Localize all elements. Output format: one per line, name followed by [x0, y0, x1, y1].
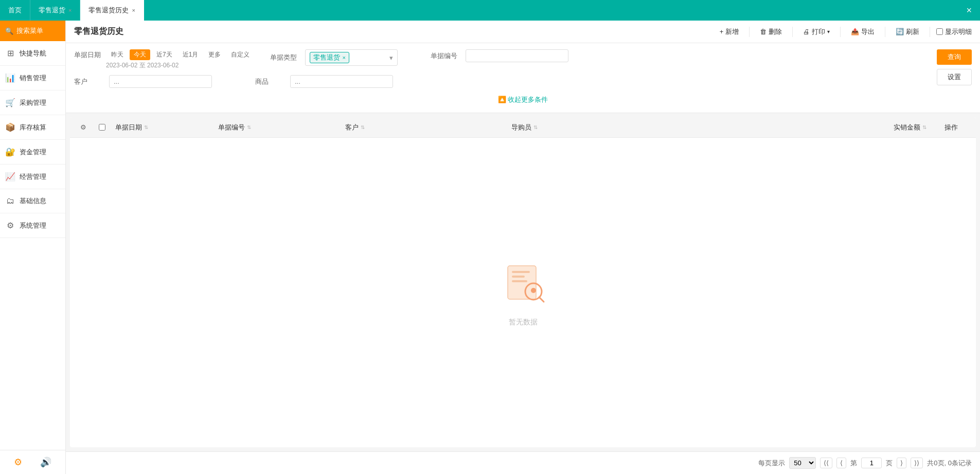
refresh-button[interactable]: 🔄 刷新 — [892, 25, 923, 39]
tab-home-label: 首页 — [8, 6, 22, 15]
query-button[interactable]: 查询 — [937, 49, 972, 65]
page-size-label: 每页显示 — [758, 459, 785, 468]
voucher-type-input[interactable]: 零售退货 × ▾ — [305, 49, 398, 66]
print-button[interactable]: 🖨 打印 ▾ — [799, 25, 834, 39]
page-header: 零售退货历史 + 新增 🗑 删除 🖨 打印 ▾ 📤 导出 — [66, 21, 980, 43]
date-custom[interactable]: 自定义 — [227, 49, 254, 60]
tab-retail-return-history[interactable]: 零售退货历史 × — [80, 0, 144, 21]
pagination: 每页显示 20 50 100 ⟨⟨ ⟨ 第 页 ⟩ ⟩⟩ 共0页, 0条记录 — [66, 451, 980, 474]
tab-retail-return-label: 零售退货 — [39, 6, 65, 15]
right-buttons: 查询 设置 — [937, 49, 972, 85]
export-button[interactable]: 📤 导出 — [847, 25, 879, 39]
date-range-text: 2023-06-02 至 2023-06-02 — [106, 61, 254, 70]
sidebar-item-purchase[interactable]: 🛒 采购管理 — [0, 90, 65, 115]
sidebar-search-label: 搜索菜单 — [16, 26, 43, 35]
sales-icon: 📊 — [5, 73, 15, 83]
new-button[interactable]: + 新增 — [716, 25, 743, 39]
date-today[interactable]: 今天 — [130, 49, 150, 60]
window-close-button[interactable]: × — [958, 5, 980, 16]
th-amount[interactable]: 实销金额 ⇅ — [879, 123, 931, 132]
sidebar-item-system[interactable]: ⚙ 系统管理 — [0, 213, 65, 238]
empty-icon — [497, 258, 549, 309]
customer-input[interactable] — [109, 75, 212, 88]
collapse-button[interactable]: 🔼 收起更多条件 — [492, 93, 555, 106]
display-detail-toggle[interactable]: 显示明细 — [936, 27, 972, 37]
page-size-select[interactable]: 20 50 100 — [789, 457, 816, 469]
page-last-button[interactable]: ⟩⟩ — [911, 458, 923, 468]
collapse-up-icon: 🔼 — [498, 96, 506, 103]
sidebar-item-inventory[interactable]: 📦 库存核算 — [0, 115, 65, 140]
sidebar-item-finance-label: 资金管理 — [20, 148, 46, 157]
date-filter: 昨天 今天 近7天 近1月 更多 自定义 — [107, 49, 254, 60]
header-actions: + 新增 🗑 删除 🖨 打印 ▾ 📤 导出 — [716, 25, 972, 39]
page-prev-button[interactable]: ⟨ — [836, 458, 846, 468]
date-1month[interactable]: 近1月 — [179, 49, 203, 60]
sidebar-item-business-label: 经营管理 — [20, 172, 46, 181]
sidebar-search[interactable]: 🔍 搜索菜单 — [0, 21, 65, 41]
empty-text: 暂无数据 — [509, 318, 538, 327]
filter-left: 单据日期 昨天 今天 近7天 近1月 更多 自定义 202 — [74, 49, 929, 88]
voucher-type-tag-close[interactable]: × — [342, 54, 345, 61]
date-filter-label: 单据日期 — [74, 50, 105, 60]
goods-label: 商品 — [255, 77, 286, 86]
th-guide[interactable]: 导购员 ⇅ — [507, 123, 634, 132]
delete-label: 删除 — [769, 27, 782, 37]
th-ops: 操作 — [931, 123, 972, 132]
search-icon: 🔍 — [5, 27, 13, 35]
svg-rect-1 — [512, 271, 530, 273]
th-no[interactable]: 单据编号 ⇅ — [214, 123, 341, 132]
tab-retail-return-close[interactable]: × — [68, 7, 72, 13]
sidebar-item-sales[interactable]: 📊 销售管理 — [0, 66, 65, 90]
print-icon: 🖨 — [803, 28, 810, 35]
system-icon: ⚙ — [5, 221, 15, 230]
tab-retail-return-history-close[interactable]: × — [132, 7, 135, 13]
sidebar-item-finance[interactable]: 🔐 资金管理 — [0, 140, 65, 165]
sidebar-item-base-info-label: 基础信息 — [20, 196, 46, 206]
page-first-button[interactable]: ⟨⟨ — [820, 458, 832, 468]
page-input[interactable] — [861, 458, 882, 468]
export-label: 导出 — [861, 27, 875, 37]
table-area: ⚙ 单据日期 ⇅ 单据编号 ⇅ 客户 ⇅ 导购员 ⇅ — [70, 117, 976, 447]
page-title: 零售退货历史 — [74, 26, 123, 37]
sidebar-item-inventory-label: 库存核算 — [20, 123, 46, 132]
export-icon: 📤 — [851, 28, 859, 35]
filter-settings-button[interactable]: 设置 — [937, 69, 972, 85]
divider-1 — [749, 27, 750, 37]
tab-home[interactable]: 首页 — [0, 0, 30, 21]
refresh-icon: 🔄 — [896, 28, 904, 35]
divider-5 — [930, 27, 930, 37]
voucher-type-tag-label: 零售退货 — [313, 53, 340, 62]
customer-label: 客户 — [74, 77, 105, 86]
voucher-type-tag: 零售退货 × — [310, 52, 349, 63]
settings-gear-icon[interactable]: ⚙ — [14, 457, 22, 468]
date-more[interactable]: 更多 — [204, 49, 225, 60]
th-date-sort-icon: ⇅ — [144, 124, 148, 130]
sidebar-item-business[interactable]: 📈 经营管理 — [0, 165, 65, 189]
main-layout: 🔍 搜索菜单 ⊞ 快捷导航 📊 销售管理 🛒 采购管理 📦 库存核算 🔐 资金管… — [0, 21, 980, 474]
svg-point-6 — [531, 288, 536, 293]
purchase-icon: 🛒 — [5, 98, 15, 107]
table-select-all[interactable] — [93, 124, 111, 131]
tab-retail-return[interactable]: 零售退货 × — [30, 0, 80, 21]
goods-input[interactable] — [290, 75, 393, 88]
divider-2 — [792, 27, 793, 37]
select-all-checkbox[interactable] — [99, 124, 105, 131]
base-info-icon: 🗂 — [5, 196, 15, 206]
refresh-label: 刷新 — [906, 27, 919, 37]
volume-icon[interactable]: 🔊 — [40, 457, 51, 468]
empty-state: 暂无数据 — [70, 138, 976, 447]
date-yesterday[interactable]: 昨天 — [107, 49, 128, 60]
th-customer[interactable]: 客户 ⇅ — [341, 123, 507, 132]
date-7days[interactable]: 近7天 — [152, 49, 176, 60]
table-settings-icon[interactable]: ⚙ — [74, 123, 93, 131]
display-detail-checkbox[interactable] — [936, 28, 943, 35]
collapse-label: 收起更多条件 — [508, 96, 548, 103]
svg-rect-0 — [508, 266, 536, 299]
delete-button[interactable]: 🗑 删除 — [756, 25, 786, 39]
th-date[interactable]: 单据日期 ⇅ — [111, 123, 214, 132]
tab-retail-return-history-label: 零售退货历史 — [88, 6, 129, 15]
voucher-no-input[interactable] — [466, 49, 568, 62]
sidebar-item-base-info[interactable]: 🗂 基础信息 — [0, 189, 65, 213]
page-next-button[interactable]: ⟩ — [897, 458, 906, 468]
sidebar-item-quick-nav[interactable]: ⊞ 快捷导航 — [0, 41, 65, 66]
